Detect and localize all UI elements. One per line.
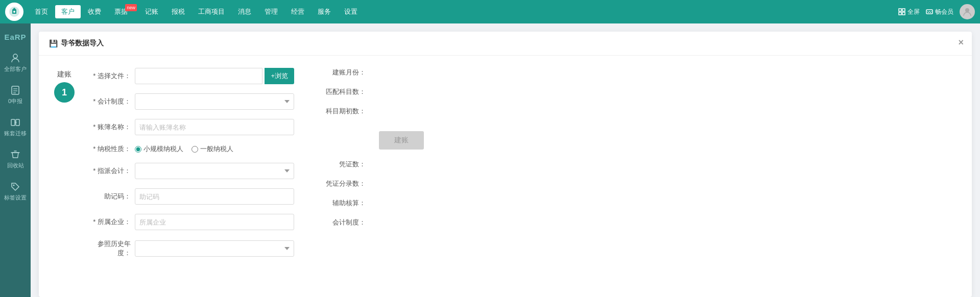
vip-btn[interactable]: 畅会员: [926, 8, 953, 16]
tax-type-general[interactable]: 一般纳税人: [192, 144, 233, 154]
dialog-panel: 💾 导爷数据导入 × 建账 1 * 选择文件：: [39, 32, 972, 297]
nav-customer[interactable]: 客户: [55, 5, 81, 18]
content-area: 💾 导爷数据导入 × 建账 1 * 选择文件：: [31, 23, 980, 297]
accountant-row: * 指派会计：: [90, 163, 294, 179]
info-label-6: 会计制度：: [320, 218, 366, 227]
nav-home[interactable]: 首页: [29, 5, 54, 18]
svg-point-7: [965, 8, 969, 12]
fullscreen-label: 全屏: [907, 8, 920, 16]
svg-rect-3: [902, 9, 905, 11]
accounting-system-select[interactable]: [135, 93, 294, 110]
reference-year-label: 参照历史年度：: [90, 239, 131, 258]
form-section: * 选择文件： +浏览 * 会计制度：: [90, 68, 294, 267]
create-account-button[interactable]: 建账: [379, 131, 424, 150]
file-label: * 选择文件：: [90, 71, 131, 81]
memo-code-row: 助记码：: [90, 188, 294, 205]
ledger-name-label: * 账簿名称：: [90, 122, 131, 132]
memo-code-label: 助记码：: [90, 192, 131, 201]
svg-rect-6: [926, 10, 933, 14]
tax-type-row: * 纳税性质： 小规模纳税人 一般纳税人: [90, 144, 294, 154]
nav-manage[interactable]: 管理: [258, 5, 284, 18]
tax-type-radio-group: 小规模纳税人 一般纳税人: [135, 144, 294, 154]
memo-code-input[interactable]: [135, 188, 294, 205]
nav-service[interactable]: 服务: [312, 5, 337, 18]
nav-settings[interactable]: 设置: [338, 5, 364, 18]
svg-rect-5: [902, 12, 905, 15]
sidebar-item-recycle[interactable]: 回收站: [0, 144, 31, 175]
main-layout: EaRP 全部客户 0申报 账套迁移: [0, 23, 980, 297]
sidebar-earp-label: EaRP: [2, 29, 28, 46]
nav-business[interactable]: 工商项目: [192, 5, 231, 18]
sidebar-item-declare[interactable]: 0申报: [0, 80, 31, 110]
sidebar-item-account-migration[interactable]: 账套迁移: [0, 112, 31, 142]
info-label-2: 科目期初数：: [320, 107, 366, 116]
company-label: * 所属企业：: [90, 217, 131, 227]
nav-message[interactable]: 消息: [232, 5, 257, 18]
info-row-2: 科目期初数：: [320, 107, 483, 116]
top-nav: 首页 客户 收费 票据 new 记账 报税 工商项目 消息 管理 经营 服务 设…: [0, 0, 980, 23]
company-input[interactable]: [135, 214, 294, 230]
info-row-0: 建账月份：: [320, 68, 483, 77]
step-section: 建账 1: [54, 68, 75, 267]
nav-finance[interactable]: 经营: [285, 5, 310, 18]
svg-point-1: [13, 11, 15, 13]
info-row-6: 会计制度：: [320, 218, 483, 227]
info-row-4: 凭证分录数：: [320, 179, 483, 188]
sidebar-item-tag-settings[interactable]: 标签设置: [0, 177, 31, 207]
nav-right: 全屏 畅会员: [898, 4, 975, 19]
step-circle: 1: [54, 82, 75, 103]
nav-items: 首页 客户 收费 票据 new 记账 报税 工商项目 消息 管理 经营 服务 设…: [29, 5, 898, 18]
file-input-group: +浏览: [135, 68, 294, 84]
info-label-4: 凭证分录数：: [320, 179, 366, 188]
step-label: 建账: [57, 70, 71, 79]
dialog-body: 建账 1 * 选择文件： +浏览 * 会计制度：: [39, 56, 972, 279]
browse-button[interactable]: +浏览: [265, 68, 294, 84]
svg-rect-4: [899, 12, 901, 15]
info-label-0: 建账月份：: [320, 68, 366, 77]
tax-type-general-label: 一般纳税人: [200, 144, 233, 154]
tax-type-small[interactable]: 小规模纳税人: [135, 144, 183, 154]
tax-type-label: * 纳税性质：: [90, 144, 131, 154]
info-label-3: 凭证数：: [320, 160, 366, 169]
accountant-label: * 指派会计：: [90, 166, 131, 176]
svg-point-15: [13, 185, 15, 186]
ledger-name-row: * 账簿名称：: [90, 119, 294, 135]
svg-point-8: [13, 54, 17, 58]
nav-account[interactable]: 记账: [139, 5, 164, 18]
info-label-1: 匹配科目数：: [320, 87, 366, 96]
vip-label: 畅会员: [935, 8, 953, 16]
accounting-system-label: * 会计制度：: [90, 97, 131, 106]
company-row: * 所属企业：: [90, 214, 294, 230]
dialog-header: 💾 导爷数据导入 ×: [39, 32, 972, 56]
logo: [5, 3, 23, 21]
tax-type-small-label: 小规模纳税人: [144, 144, 183, 154]
reference-year-row: 参照历史年度：: [90, 239, 294, 258]
nav-invoice[interactable]: 票据 new: [108, 5, 138, 18]
invoice-badge: new: [125, 4, 137, 11]
fullscreen-btn[interactable]: 全屏: [898, 8, 920, 16]
file-row: * 选择文件： +浏览: [90, 68, 294, 84]
nav-tax[interactable]: 报税: [165, 5, 191, 18]
dialog-title: 导爷数据导入: [61, 39, 104, 48]
info-row-5: 辅助核算：: [320, 199, 483, 208]
info-row-3: 凭证数：: [320, 160, 483, 169]
nav-billing[interactable]: 收费: [82, 5, 107, 18]
sidebar-item-all-customers[interactable]: 全部客户: [0, 48, 31, 78]
close-button[interactable]: ×: [958, 38, 964, 47]
accountant-select[interactable]: [135, 163, 294, 179]
sidebar: EaRP 全部客户 0申报 账套迁移: [0, 23, 31, 297]
info-row-1: 匹配科目数：: [320, 87, 483, 96]
import-icon: 💾: [49, 39, 58, 47]
svg-rect-13: [11, 119, 15, 126]
avatar[interactable]: [960, 4, 975, 19]
info-label-5: 辅助核算：: [320, 199, 366, 208]
svg-rect-2: [899, 9, 901, 11]
reference-year-select[interactable]: [135, 240, 294, 257]
file-input[interactable]: [135, 68, 262, 84]
accounting-system-row: * 会计制度：: [90, 93, 294, 110]
info-section: 建账月份： 匹配科目数： 科目期初数： 建账: [309, 68, 483, 267]
ledger-name-input[interactable]: [135, 119, 294, 135]
svg-rect-9: [12, 86, 19, 94]
